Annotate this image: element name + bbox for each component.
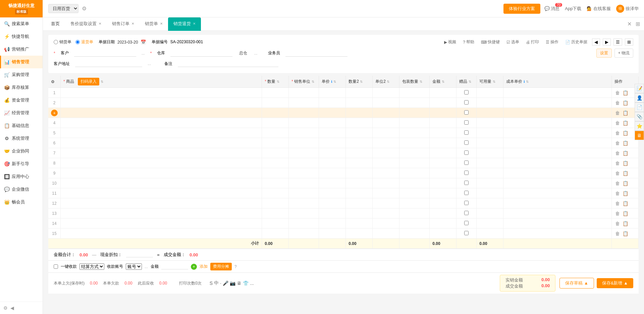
cost-price-cell[interactable] xyxy=(503,118,612,128)
gift-cell[interactable] xyxy=(457,118,477,128)
qty2-cell[interactable] xyxy=(346,88,373,98)
pack-qty-cell[interactable] xyxy=(399,208,430,218)
price-cell[interactable] xyxy=(319,158,346,168)
qty-cell[interactable] xyxy=(262,158,289,168)
unit2-cell[interactable] xyxy=(373,118,399,128)
sort-unit-icon[interactable]: ⇅ xyxy=(312,80,314,83)
delete-row-btn[interactable]: 🗑 xyxy=(614,110,621,116)
price-cell[interactable] xyxy=(319,118,346,128)
sidebar-collapse-icon[interactable]: ◀ xyxy=(10,305,15,311)
available-cell[interactable] xyxy=(477,178,503,188)
available-cell[interactable] xyxy=(477,188,503,198)
tab-sales-delivery[interactable]: 销货单 ✕ xyxy=(140,17,168,31)
sidebar-item-quick-nav[interactable]: ⚡ 快捷导航 xyxy=(0,30,43,43)
amount-cell[interactable] xyxy=(430,108,457,118)
operate-btn[interactable]: ☰ 操作 xyxy=(544,38,560,46)
unit-cell[interactable] xyxy=(289,198,319,208)
gift-checkbox[interactable] xyxy=(464,171,469,175)
qty2-cell[interactable] xyxy=(346,198,373,208)
tab-close-price-setting[interactable]: ✕ xyxy=(99,22,101,25)
save-new-btn[interactable]: 保存&新增 ▲ xyxy=(597,278,633,288)
gift-checkbox[interactable] xyxy=(464,150,469,155)
sidebar-item-operations[interactable]: 📈 经营管理 xyxy=(0,107,43,119)
tab-close-sales-return[interactable]: ✕ xyxy=(193,22,196,25)
product-cell[interactable] xyxy=(61,229,262,239)
qty-cell[interactable] xyxy=(262,98,289,108)
one-click-checkbox[interactable] xyxy=(54,264,58,269)
qty-cell[interactable] xyxy=(262,128,289,138)
warehouse-dots[interactable]: ... xyxy=(254,51,257,56)
sidebar-item-purchase[interactable]: 🛒 采购管理 xyxy=(0,68,43,81)
gift-cell[interactable] xyxy=(457,229,477,239)
qty-cell[interactable] xyxy=(262,148,289,158)
sort-product-icon[interactable]: ⇅ xyxy=(101,80,103,83)
delete-row-btn[interactable]: 🗑 xyxy=(614,150,621,156)
sidebar-item-wechat[interactable]: 💬 企业微信 xyxy=(0,183,43,196)
add-payment-btn[interactable]: + xyxy=(191,264,197,270)
amount-cell[interactable] xyxy=(430,168,457,178)
delete-row-btn[interactable]: 🗑 xyxy=(614,230,621,237)
user-avatar[interactable]: 徐 徐泽华 xyxy=(616,5,639,13)
product-cell[interactable] xyxy=(61,138,262,148)
available-cell[interactable] xyxy=(477,218,503,229)
product-cell[interactable] xyxy=(61,128,262,138)
cost-price-cell[interactable] xyxy=(503,88,612,98)
sort-gift-icon[interactable]: ⇅ xyxy=(469,80,471,83)
pack-qty-cell[interactable] xyxy=(399,198,430,208)
available-cell[interactable] xyxy=(477,98,503,108)
col-settings[interactable]: ⚙ xyxy=(48,76,61,88)
qty2-cell[interactable] xyxy=(346,218,373,229)
sort-pack-icon[interactable]: ⇅ xyxy=(420,80,422,83)
tab-sales-return[interactable]: 销货退货 ✕ xyxy=(168,17,201,31)
product-cell[interactable] xyxy=(61,168,262,178)
gift-cell[interactable] xyxy=(457,138,477,148)
gift-checkbox[interactable] xyxy=(464,90,469,95)
radio-return-input[interactable] xyxy=(75,40,80,44)
delete-row-btn[interactable]: 🗑 xyxy=(614,160,621,167)
price-cell[interactable] xyxy=(319,128,346,138)
available-cell[interactable] xyxy=(477,118,503,128)
sort-price-icon[interactable]: ⇅ xyxy=(333,80,336,83)
copy-row-btn[interactable]: 📋 xyxy=(622,190,629,197)
delete-row-btn[interactable]: 🗑 xyxy=(614,200,621,207)
tab-price-setting[interactable]: 售价提取设置 ✕ xyxy=(65,17,107,31)
radio-return[interactable]: 退货单 xyxy=(75,39,93,45)
copy-row-btn[interactable]: 📋 xyxy=(622,100,629,106)
unit2-cell[interactable] xyxy=(373,188,399,198)
product-cell[interactable] xyxy=(61,188,262,198)
available-cell[interactable] xyxy=(477,168,503,178)
sidebar-item-marketing[interactable]: 📢 营销推广 xyxy=(0,43,43,56)
qty2-cell[interactable] xyxy=(346,118,373,128)
qty2-cell[interactable] xyxy=(346,148,373,158)
available-cell[interactable] xyxy=(477,148,503,158)
amount-cell[interactable] xyxy=(430,229,457,239)
cost-info-icon[interactable]: ℹ xyxy=(524,80,525,83)
delete-row-btn[interactable]: 🗑 xyxy=(614,220,621,227)
gift-cell[interactable] xyxy=(457,98,477,108)
unit2-cell[interactable] xyxy=(373,208,399,218)
pack-qty-cell[interactable] xyxy=(399,148,430,158)
unit2-cell[interactable] xyxy=(373,128,399,138)
app-download-btn[interactable]: App下载 xyxy=(565,6,581,12)
gift-checkbox[interactable] xyxy=(464,181,469,185)
settings-gear-icon[interactable]: ⚙ xyxy=(3,305,8,311)
unit-cell[interactable] xyxy=(289,88,319,98)
customer-input[interactable] xyxy=(74,50,136,57)
right-icon-note[interactable]: 📝 xyxy=(635,84,644,93)
amount-cell[interactable] xyxy=(430,178,457,188)
unit-cell[interactable] xyxy=(289,98,319,108)
amount-cell[interactable] xyxy=(430,128,457,138)
product-cell[interactable] xyxy=(61,108,262,118)
date-picker-icon[interactable]: 📅 xyxy=(141,40,146,45)
sidebar-item-search[interactable]: 🔍 搜索菜单 xyxy=(0,17,43,30)
unit-cell[interactable] xyxy=(289,178,319,188)
unit-cell[interactable] xyxy=(289,128,319,138)
unit2-cell[interactable] xyxy=(373,178,399,188)
gift-checkbox[interactable] xyxy=(464,161,469,165)
account-dots[interactable]: ... xyxy=(145,264,148,269)
copy-row-btn[interactable]: 📋 xyxy=(622,230,629,237)
unit-cell[interactable] xyxy=(289,108,319,118)
sidebar-item-basic[interactable]: 📋 基础信息 xyxy=(0,119,43,132)
gift-cell[interactable] xyxy=(457,218,477,229)
sidebar-item-system[interactable]: ⚙ 系统管理 xyxy=(0,132,43,145)
